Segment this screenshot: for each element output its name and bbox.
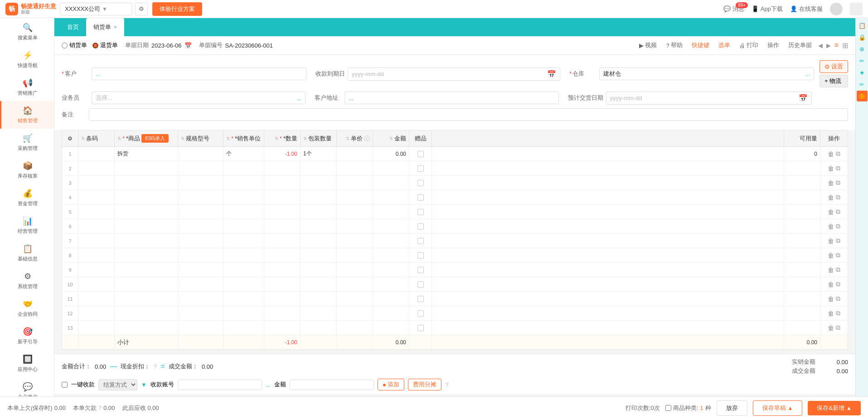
- sidebar-item-inventory[interactable]: 📦 库存核算: [0, 156, 54, 184]
- copy-row-icon[interactable]: ⧉: [836, 193, 840, 201]
- copy-row-icon[interactable]: ⧉: [836, 164, 840, 172]
- row-desc-1[interactable]: [432, 147, 784, 161]
- expense-button[interactable]: 费用分摊: [408, 379, 441, 390]
- grid-view-icon[interactable]: ⊞: [842, 41, 848, 50]
- logistics-button[interactable]: + 物流: [820, 75, 848, 87]
- calc-method-dots[interactable]: ▼: [141, 381, 147, 388]
- remark-input[interactable]: [89, 108, 848, 121]
- sidebar-item-finance[interactable]: 💰 资金管理: [0, 184, 54, 212]
- delete-row-icon[interactable]: 🗑: [828, 237, 834, 245]
- delete-row-icon[interactable]: 🗑: [828, 194, 834, 201]
- gift-checkbox[interactable]: [417, 310, 424, 317]
- gift-checkbox-1[interactable]: [417, 151, 424, 157]
- gift-checkbox[interactable]: [417, 180, 424, 186]
- delete-row-icon[interactable]: 🗑: [828, 208, 834, 216]
- history-button[interactable]: 历史单据: [786, 40, 815, 51]
- gift-checkbox[interactable]: [417, 223, 424, 230]
- save-new-button[interactable]: 保存&新增 ▲: [808, 401, 861, 415]
- delete-row-icon[interactable]: 🗑: [828, 179, 834, 187]
- copy-row-icon[interactable]: ⧉: [836, 324, 840, 332]
- customer-input[interactable]: ...: [92, 67, 306, 80]
- sidebar-item-sales[interactable]: 🏠 销售管理: [0, 101, 54, 129]
- calc-method-select[interactable]: 结算方式: [98, 379, 137, 390]
- delete-row-icon[interactable]: 🗑: [828, 223, 834, 230]
- right-panel-btn-2[interactable]: 🔒: [857, 32, 868, 43]
- delete-row-icon[interactable]: 🗑: [828, 252, 834, 259]
- message-button[interactable]: 💬 消息 99+: [723, 5, 744, 13]
- gift-checkbox[interactable]: [417, 296, 424, 302]
- delete-row-icon[interactable]: 🗑: [828, 266, 834, 274]
- settings-button[interactable]: ⚙ 设置: [820, 60, 848, 73]
- trial-button[interactable]: 体验行业方案: [152, 2, 202, 16]
- salesperson-dots[interactable]: ...: [296, 95, 301, 101]
- company-selector[interactable]: XXXXXX公司 ▼: [60, 3, 132, 15]
- row-pack-1[interactable]: 1个: [301, 147, 337, 161]
- gift-checkbox[interactable]: [417, 267, 424, 273]
- copy-row-icon[interactable]: ⧉: [836, 280, 840, 288]
- sidebar-item-collab[interactable]: 🤝 企业协同: [0, 294, 54, 322]
- copy-row-icon[interactable]: ⧉: [836, 237, 840, 245]
- price-info-icon[interactable]: ⓘ: [364, 135, 370, 143]
- row-price-1[interactable]: [337, 147, 373, 161]
- sidebar-item-basic-info[interactable]: 📋 基础信息: [0, 239, 54, 267]
- video-button[interactable]: ▶ 视频: [636, 40, 659, 51]
- warehouse-input[interactable]: 建材仓 ...: [599, 67, 814, 80]
- gift-checkbox[interactable]: [417, 209, 424, 215]
- gift-checkbox[interactable]: [417, 281, 424, 288]
- sidebar-item-business[interactable]: 📊 经营管理: [0, 212, 54, 239]
- expense-help-icon[interactable]: ?: [445, 381, 448, 388]
- order-short-help-icon[interactable]: ?: [98, 405, 102, 411]
- address-input[interactable]: ...: [344, 92, 558, 104]
- payment-date-input[interactable]: yyyy-mm-dd 📅: [348, 67, 560, 81]
- select-button[interactable]: 选单: [716, 40, 733, 51]
- next-icon[interactable]: ▶: [826, 42, 831, 49]
- sales-order-radio[interactable]: 销货单: [62, 41, 87, 49]
- copy-row-icon[interactable]: ⧉: [836, 222, 840, 230]
- prev-icon[interactable]: ◀: [818, 42, 823, 49]
- shortcut-button[interactable]: 快捷键: [689, 40, 712, 51]
- account-dots[interactable]: ...: [266, 381, 271, 388]
- sidebar-item-wechat[interactable]: 💬 企业微信: [0, 377, 54, 396]
- delivery-calendar-icon[interactable]: 📅: [799, 94, 808, 102]
- copy-row-icon[interactable]: ⧉: [836, 251, 840, 259]
- tab-close-icon[interactable]: ×: [114, 24, 117, 30]
- one-click-payment-checkbox[interactable]: [62, 382, 68, 388]
- row-product-1[interactable]: 拆货: [115, 147, 178, 161]
- scan-button[interactable]: 扫码录入: [141, 134, 169, 143]
- row-spec-1[interactable]: [178, 147, 223, 161]
- warehouse-dots[interactable]: ...: [805, 71, 810, 77]
- right-panel-btn-3[interactable]: ⊕: [857, 43, 868, 54]
- print-button[interactable]: 🖨 打印: [737, 40, 761, 51]
- right-panel-btn-7[interactable]: 🔶: [857, 91, 868, 101]
- row-amount-1[interactable]: 0.00: [373, 147, 409, 161]
- delete-row-icon[interactable]: 🗑: [828, 165, 834, 172]
- right-panel-btn-6[interactable]: ✏: [857, 79, 868, 90]
- sidebar-item-system[interactable]: ⚙ 系统管理: [0, 267, 54, 294]
- copy-row-icon[interactable]: ⧉: [836, 150, 840, 158]
- gift-checkbox[interactable]: [417, 252, 424, 259]
- copy-row-icon[interactable]: ⧉: [836, 208, 840, 216]
- delete-row-icon[interactable]: 🗑: [828, 324, 834, 332]
- user-avatar[interactable]: [830, 3, 843, 15]
- help-button[interactable]: ? 帮助: [663, 40, 685, 51]
- right-panel-btn-5[interactable]: ★: [857, 67, 868, 78]
- copy-row-icon[interactable]: ⧉: [836, 309, 840, 317]
- gift-checkbox[interactable]: [417, 165, 424, 172]
- sidebar-item-marketing[interactable]: 📢 营销推广: [0, 73, 54, 101]
- sidebar-item-search[interactable]: 🔍 搜索菜单: [0, 18, 54, 46]
- user-menu[interactable]: [850, 3, 863, 15]
- row-qty-1[interactable]: -1.00: [264, 147, 301, 161]
- add-payment-button[interactable]: ● 添加: [378, 379, 404, 390]
- right-panel-btn-4[interactable]: ✏: [857, 55, 868, 66]
- delete-row-icon[interactable]: 🗑: [828, 310, 834, 317]
- calendar-icon[interactable]: 📅: [184, 42, 192, 49]
- discount-help-icon[interactable]: ?: [154, 363, 157, 370]
- gear-button[interactable]: ⚙: [135, 3, 148, 15]
- copy-row-icon[interactable]: ⧉: [836, 266, 840, 274]
- payment-calendar-icon[interactable]: 📅: [547, 70, 556, 78]
- list-view-icon[interactable]: ≡: [834, 41, 839, 49]
- return-order-radio[interactable]: 退货单: [92, 41, 118, 49]
- sidebar-item-apps[interactable]: 🔲 应用中心: [0, 350, 54, 377]
- right-panel-btn-1[interactable]: 📋: [857, 20, 868, 31]
- product-types-checkbox[interactable]: [665, 405, 671, 411]
